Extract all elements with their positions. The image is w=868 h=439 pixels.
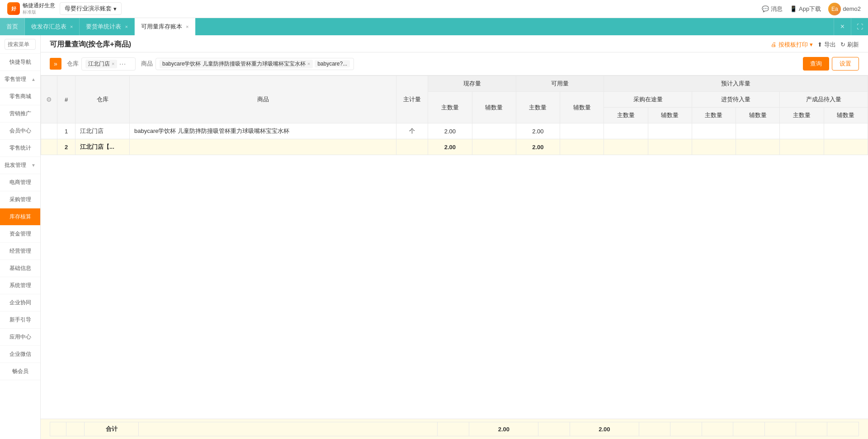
org-selector[interactable]: 母婴行业演示账套 ▾ [60, 2, 122, 15]
sidebar-item-pifa[interactable]: 批发管理 ▼ [0, 157, 40, 174]
nav-expand-btn[interactable]: ⛶ [851, 18, 868, 35]
filter-product-tag2: babycare?... [315, 60, 350, 67]
print-icon: 🖨 [771, 41, 777, 48]
sidebar-item-jichu[interactable]: 基础信息 [0, 260, 40, 277]
user-name: demo2 [843, 5, 861, 12]
sidebar-item-xitong[interactable]: 系统管理 [0, 277, 40, 294]
top-bar: 好 畅捷通好生意 标准版 母婴行业演示账套 ▾ 💬 消息 📱 App下载 Ea … [0, 0, 868, 18]
message-icon: 💬 [762, 5, 769, 12]
sidebar-item-yingyong[interactable]: 应用中心 [0, 329, 40, 346]
sidebar-item-lingshoushangcheng[interactable]: 零售商城 [0, 88, 40, 105]
th-settings[interactable]: ⚙ [41, 76, 57, 123]
top-bar-right: 💬 消息 📱 App下载 Ea demo2 [762, 3, 861, 15]
th-product-arrival-group: 产成品待入量 [780, 92, 868, 108]
sidebar-item-qiyeweixin[interactable]: 企业微信 [0, 346, 40, 363]
filter-product-box[interactable]: babycare学饮杯 儿童防摔防撞吸管杯重力球吸嘴杯宝宝水杯 × babyca… [156, 58, 354, 70]
th-mainunit: 主计量 [396, 76, 428, 123]
th-index: # [57, 76, 75, 123]
row-stock-main: 2.00 [428, 123, 472, 139]
setting-button[interactable]: 设置 [832, 57, 859, 71]
sidebar-pifa-label: 批发管理 [5, 161, 30, 169]
sidebar-item-jingying[interactable]: 经营管理 [0, 243, 40, 260]
page-title: 可用量查询(按仓库+商品) [50, 40, 131, 49]
total-purchase-onway-main [670, 422, 702, 436]
row-purchase-onway-aux [648, 123, 692, 139]
sidebar-changhui-label: 畅会员 [12, 368, 28, 375]
data-table: ⚙ # 仓库 商品 主计量 现存量 可用量 预计入库量 主数量 辅数量 主数量 [41, 76, 868, 155]
sidebar-item-kucun[interactable]: 库存核算 [0, 208, 40, 226]
sidebar-item-huiyuan[interactable]: 会员中心 [0, 123, 40, 140]
sidebar-item-qiye[interactable]: 企业协同 [0, 294, 40, 312]
filter-expand-btn[interactable]: » [50, 58, 61, 70]
page-header-actions: 🖨 按模板打印 ▾ ⬆ 导出 ↻ 刷新 [771, 41, 859, 49]
th-avail-main: 主数量 [516, 92, 560, 123]
app-download-label: App下载 [799, 5, 821, 13]
query-button[interactable]: 查询 [803, 57, 829, 71]
filter-product-tag1-close[interactable]: × [307, 61, 310, 66]
sidebar: 快捷导航 零售管理 ▲ 零售商城 营销推广 会员中心 零售统计 批发管理 ▼ 电… [0, 35, 41, 439]
row-avail-aux [560, 123, 604, 139]
sidebar-search-area [0, 35, 40, 54]
user-area[interactable]: Ea demo2 [828, 3, 861, 15]
tab-shoufacun-close[interactable]: × [70, 24, 73, 29]
subtotal-avail-aux [560, 139, 604, 155]
logo-sub: 标准版 [23, 9, 55, 15]
sidebar-item-quicknav[interactable]: 快捷导航 [0, 54, 40, 71]
tab-yaohuo-close[interactable]: × [125, 24, 127, 29]
row-product: babycare学饮杯 儿童防摔防撞吸管杯重力球吸嘴杯宝宝水杯 [130, 123, 396, 139]
total-product [139, 422, 438, 436]
th-purchase-onway-aux: 辅数量 [648, 108, 692, 123]
tab-keyongliang-close[interactable]: × [186, 24, 189, 29]
filter-warehouse-more[interactable]: ··· [119, 59, 126, 69]
filter-bar: » 仓库 江北门店 × ··· 商品 babycare学饮杯 儿童防摔防撞吸管杯… [41, 52, 868, 76]
sidebar-item-lingshou[interactable]: 零售管理 ▲ [0, 71, 40, 88]
filter-warehouse-box[interactable]: 江北门店 × ··· [81, 57, 136, 71]
subtotal-product-arrival-aux [824, 139, 868, 155]
message-btn[interactable]: 💬 消息 [762, 5, 783, 13]
row-product-arrival-aux [824, 123, 868, 139]
sidebar-item-zijin[interactable]: 资金管理 [0, 226, 40, 243]
th-estimated-group: 预计入库量 [604, 76, 868, 92]
refresh-btn[interactable]: ↻ 刷新 [840, 41, 859, 49]
refresh-label: 刷新 [847, 41, 859, 49]
sidebar-item-lingshoustat[interactable]: 零售统计 [0, 140, 40, 157]
sidebar-search-input[interactable] [5, 39, 36, 50]
sidebar-item-caigou[interactable]: 采购管理 [0, 191, 40, 208]
tab-home[interactable]: 首页 [0, 18, 25, 35]
print-btn[interactable]: 🖨 按模板打印 ▾ [771, 41, 813, 49]
sidebar-lingshou-arrow-icon: ▲ [31, 77, 36, 82]
th-purchase-arrival-group: 进货待入量 [692, 92, 780, 108]
filter-warehouse-tag-close[interactable]: × [112, 61, 114, 66]
row-settings [41, 123, 57, 139]
settings-gear-icon[interactable]: ⚙ [46, 96, 52, 103]
tab-keyongliang[interactable]: 可用量库存账本 × [135, 18, 195, 35]
subtotal-stock-main: 2.00 [428, 139, 472, 155]
sidebar-item-yingxiao[interactable]: 营销推广 [0, 105, 40, 123]
subtotal-product-arrival-main [780, 139, 824, 155]
export-btn[interactable]: ⬆ 导出 [817, 41, 836, 49]
app-icon: 📱 [790, 5, 797, 12]
sidebar-item-dianshang[interactable]: 电商管理 [0, 174, 40, 191]
filter-product-tag2-text: babycare?... [317, 61, 347, 67]
sidebar-item-xinshou[interactable]: 新手引导 [0, 312, 40, 329]
tab-yaohuo[interactable]: 要货单统计表 × [80, 18, 134, 35]
th-stock-group: 现存量 [428, 76, 516, 92]
th-avail-aux: 辅数量 [560, 92, 604, 123]
sidebar-lingshoustat-label: 零售统计 [9, 144, 31, 152]
row-product-arrival-main [780, 123, 824, 139]
filter-product-tag1-text: babycare学饮杯 儿童防摔防撞吸管杯重力球吸嘴杯宝宝水杯 [162, 60, 306, 68]
subtotal-mainunit [396, 139, 428, 155]
tab-shoufacun-label: 收发存汇总表 [31, 23, 66, 31]
logo-text: 畅捷通好生意 [23, 2, 55, 9]
total-stock-main: 2.00 [469, 422, 538, 436]
filter-product-tag1: babycare学饮杯 儿童防摔防撞吸管杯重力球吸嘴杯宝宝水杯 × [160, 60, 313, 68]
sidebar-qiye-label: 企业协同 [9, 299, 31, 307]
sidebar-zijin-label: 资金管理 [9, 230, 31, 238]
tab-shoufacun[interactable]: 收发存汇总表 × [25, 18, 80, 35]
sidebar-qiyeweixin-label: 企业微信 [9, 350, 31, 358]
logo-text-area: 畅捷通好生意 标准版 [23, 2, 55, 15]
page-header: 可用量查询(按仓库+商品) 🖨 按模板打印 ▾ ⬆ 导出 ↻ 刷新 [41, 35, 868, 52]
nav-close-all-btn[interactable]: × [834, 18, 851, 35]
sidebar-item-changhui[interactable]: 畅会员 [0, 363, 40, 380]
app-download-btn[interactable]: 📱 App下载 [790, 5, 821, 13]
